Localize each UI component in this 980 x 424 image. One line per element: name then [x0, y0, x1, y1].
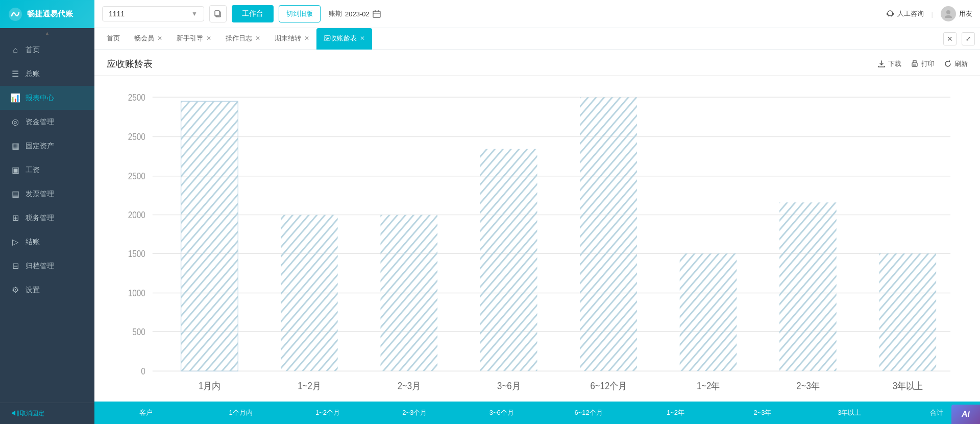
page-content: 应收账龄表 下载 打印: [94, 50, 980, 424]
assets-icon: ▦: [10, 141, 20, 151]
tab-oplog-close[interactable]: ✕: [255, 35, 260, 41]
print-icon: [911, 60, 919, 68]
svg-rect-31: [281, 215, 338, 371]
service-button[interactable]: 人工咨询: [886, 9, 924, 18]
sidebar-nav: ▲ ⌂ 首页 ☰ 总账 📊 报表中心 ◎ 资金管理 ▦ 固定资产 ▣ 工资 ▤ …: [0, 28, 94, 403]
sidebar-item-label: 首页: [26, 45, 40, 55]
sidebar-item-funds[interactable]: ◎ 资金管理: [0, 110, 94, 134]
col-6-12month: 6~12个月: [545, 408, 632, 417]
tab-period-end-label: 期末结转: [275, 34, 301, 43]
svg-rect-36: [779, 202, 837, 371]
tax-icon: ⊞: [10, 213, 20, 223]
svg-text:2500: 2500: [128, 132, 145, 142]
svg-rect-30: [181, 101, 238, 371]
expand-button[interactable]: ⤢: [962, 32, 975, 45]
tab-oplog-label: 操作日志: [226, 34, 252, 43]
svg-text:1~2月: 1~2月: [298, 381, 321, 391]
ai-label: Ai: [962, 410, 970, 418]
sidebar-item-settings[interactable]: ⚙ 设置: [0, 278, 94, 302]
sidebar-item-invoice[interactable]: ▤ 发票管理: [0, 182, 94, 206]
tab-member[interactable]: 畅会员 ✕: [127, 28, 169, 50]
aging-chart: 2500 2500 2500 2000 1500 1000 500 0: [110, 81, 965, 402]
ai-badge[interactable]: Ai: [951, 405, 980, 424]
sidebar-item-assets[interactable]: ▦ 固定资产: [0, 134, 94, 158]
svg-rect-32: [380, 215, 437, 371]
chart-area: 2500 2500 2500 2000 1500 1000 500 0: [94, 76, 980, 402]
svg-text:1000: 1000: [128, 288, 145, 298]
svg-rect-12: [913, 64, 916, 66]
user-menu[interactable]: 用友: [941, 6, 972, 21]
svg-rect-35: [680, 253, 737, 371]
company-name: 1111: [109, 10, 188, 18]
col-1-2month: 1~2个月: [284, 408, 371, 417]
col-3-6month: 3~6个月: [458, 408, 545, 417]
tab-member-close[interactable]: ✕: [157, 35, 162, 41]
tab-oplog[interactable]: 操作日志 ✕: [218, 28, 267, 50]
company-dropdown-arrow: ▼: [191, 10, 198, 17]
tab-period-end[interactable]: 期末结转 ✕: [267, 28, 316, 50]
sidebar-item-label: 归档管理: [26, 262, 54, 271]
company-selector[interactable]: 1111 ▼: [102, 6, 204, 21]
workbench-button[interactable]: 工作台: [232, 5, 274, 22]
sidebar-item-label: 税务管理: [26, 214, 54, 223]
svg-point-7: [888, 11, 893, 16]
col-2-3year: 2~3年: [719, 408, 806, 417]
svg-text:2500: 2500: [128, 92, 145, 103]
sidebar-item-tax[interactable]: ⊞ 税务管理: [0, 206, 94, 230]
tabs-right-controls: ✕ ⤢: [943, 32, 975, 45]
logo-icon: [8, 7, 23, 22]
svg-rect-2: [215, 11, 219, 16]
sidebar-item-payroll[interactable]: ▣ 工资: [0, 158, 94, 182]
reports-icon: 📊: [10, 93, 20, 103]
copy-icon: [214, 10, 222, 18]
invoice-icon: ▤: [10, 189, 20, 199]
closing-icon: ▷: [10, 237, 20, 247]
tab-aging[interactable]: 应收账龄表 ✕: [316, 28, 372, 50]
close-all-tabs-button[interactable]: ✕: [943, 32, 957, 45]
sidebar-item-label: 固定资产: [26, 142, 54, 151]
refresh-button[interactable]: 刷新: [944, 59, 968, 68]
svg-text:3年以上: 3年以上: [893, 381, 923, 391]
sidebar-item-label: 结账: [26, 238, 40, 247]
period-value: 2023-02: [345, 10, 370, 18]
download-icon: [877, 60, 886, 68]
print-button[interactable]: 打印: [911, 59, 935, 68]
tab-guide[interactable]: 新手引导 ✕: [169, 28, 218, 50]
tab-aging-label: 应收账龄表: [324, 34, 357, 43]
svg-rect-3: [373, 11, 380, 17]
col-1-2year: 1~2年: [632, 408, 719, 417]
avatar-icon: [944, 9, 953, 18]
download-label: 下载: [888, 59, 901, 68]
svg-text:0: 0: [141, 366, 145, 376]
tab-period-end-close[interactable]: ✕: [304, 35, 309, 41]
switch-version-button[interactable]: 切到旧版: [279, 5, 321, 22]
top-header: 1111 ▼ 工作台 切到旧版 账期 2023-02: [94, 0, 980, 28]
sidebar-item-reports[interactable]: 📊 报表中心: [0, 86, 94, 110]
sidebar-item-home[interactable]: ⌂ 首页: [0, 38, 94, 62]
refresh-icon: [944, 60, 952, 68]
tab-home[interactable]: 首页: [100, 28, 127, 50]
header-divider: |: [932, 10, 933, 18]
tab-aging-close[interactable]: ✕: [360, 35, 365, 41]
sidebar-item-archive[interactable]: ⊟ 归档管理: [0, 254, 94, 278]
tab-guide-close[interactable]: ✕: [206, 35, 211, 41]
sidebar-logo: 畅捷通易代账: [0, 0, 94, 28]
sidebar-item-label: 发票管理: [26, 190, 54, 199]
settings-icon: ⚙: [10, 285, 20, 295]
svg-text:2~3年: 2~3年: [796, 381, 819, 391]
aging-table-header: 客户 1个月内 1~2个月 2~3个月 3~6个月 6~12个月 1~2年 2~…: [94, 402, 980, 424]
sidebar: 畅捷通易代账 ▲ ⌂ 首页 ☰ 总账 📊 报表中心 ◎ 资金管理 ▦ 固定资产 …: [0, 0, 94, 424]
download-button[interactable]: 下载: [877, 59, 901, 68]
sidebar-collapse-button[interactable]: ◀‖取消固定: [0, 403, 94, 424]
calendar-icon[interactable]: [373, 10, 381, 18]
print-label: 打印: [921, 59, 935, 68]
home-icon: ⌂: [10, 45, 20, 55]
archive-icon: ⊟: [10, 261, 20, 271]
sidebar-item-closing[interactable]: ▷ 结账: [0, 230, 94, 254]
funds-icon: ◎: [10, 117, 20, 127]
scroll-up-indicator: ▲: [0, 28, 94, 38]
sidebar-item-ledger[interactable]: ☰ 总账: [0, 62, 94, 86]
svg-text:6~12个月: 6~12个月: [591, 381, 627, 391]
copy-button[interactable]: [209, 5, 227, 22]
col-customer: 客户: [94, 408, 197, 417]
